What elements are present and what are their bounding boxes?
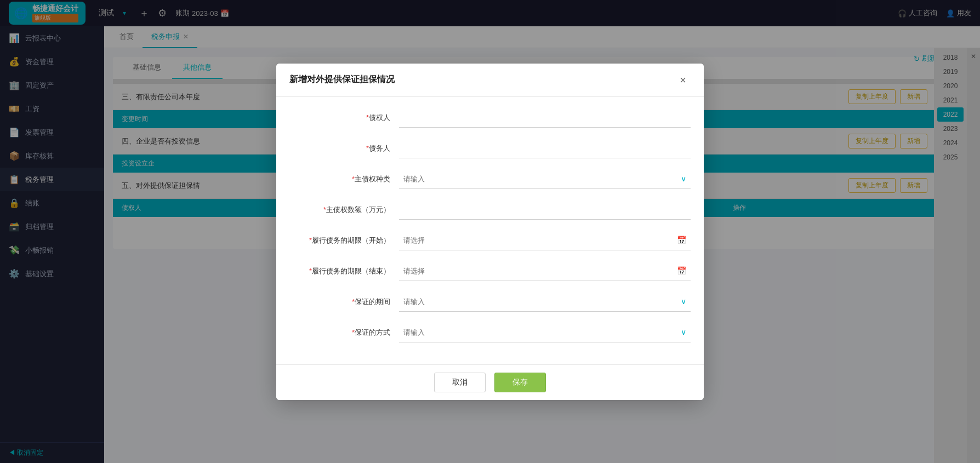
required-mark: * <box>366 144 369 152</box>
label-start-date: *履行债务的期限（开始） <box>289 236 399 245</box>
input-creditor[interactable] <box>399 108 691 128</box>
form-row-claim-type: *主债权种类∨ <box>289 169 691 189</box>
date-input-end-date[interactable] <box>399 261 673 281</box>
required-mark: * <box>352 328 355 336</box>
label-end-date: *履行债务的期限（结束） <box>289 266 399 276</box>
date-wrapper-end-date: 📅 <box>399 261 691 281</box>
select-wrapper-guarantee-method: ∨ <box>399 323 691 342</box>
select-input-guarantee-period[interactable] <box>399 292 676 311</box>
input-debtor[interactable] <box>399 139 691 158</box>
label-guarantee-method: *保证的方式 <box>289 328 399 338</box>
input-claim-amount[interactable] <box>399 200 691 220</box>
modal-header: 新增对外提供保证担保情况 × <box>276 64 704 97</box>
required-mark: * <box>366 113 369 122</box>
modal-overlay: 新增对外提供保证担保情况 × *债权人*债务人*主债权种类∨*主债权数额（万元）… <box>0 0 980 463</box>
calendar-icon-end-date[interactable]: 📅 <box>673 266 691 275</box>
form-row-debtor: *债务人 <box>289 139 691 158</box>
calendar-icon-start-date[interactable]: 📅 <box>673 236 691 244</box>
form-row-creditor: *债权人 <box>289 108 691 128</box>
required-mark: * <box>352 175 355 183</box>
save-button[interactable]: 保存 <box>494 373 546 392</box>
modal-body: *债权人*债务人*主债权种类∨*主债权数额（万元）*履行债务的期限（开始）📅*履… <box>276 97 704 364</box>
select-input-claim-type[interactable] <box>399 169 676 188</box>
form-row-guarantee-method: *保证的方式∨ <box>289 323 691 342</box>
modal-title: 新增对外提供保证担保情况 <box>289 74 395 85</box>
form-row-guarantee-period: *保证的期间∨ <box>289 292 691 312</box>
select-arrow-guarantee-period[interactable]: ∨ <box>676 297 691 306</box>
select-wrapper-guarantee-period: ∨ <box>399 292 691 312</box>
form-row-end-date: *履行债务的期限（结束）📅 <box>289 261 691 281</box>
label-guarantee-period: *保证的期间 <box>289 297 399 307</box>
select-arrow-claim-type[interactable]: ∨ <box>676 174 691 183</box>
required-mark: * <box>323 205 326 214</box>
required-mark: * <box>352 298 355 306</box>
select-wrapper-claim-type: ∨ <box>399 169 691 189</box>
required-mark: * <box>309 267 312 275</box>
modal-dialog: 新增对外提供保证担保情况 × *债权人*债务人*主债权种类∨*主债权数额（万元）… <box>276 64 704 400</box>
modal-footer: 取消 保存 <box>276 364 704 400</box>
cancel-button[interactable]: 取消 <box>434 373 486 392</box>
modal-close-button[interactable]: × <box>675 72 691 88</box>
label-debtor: *债务人 <box>289 144 399 153</box>
date-wrapper-start-date: 📅 <box>399 231 691 250</box>
select-input-guarantee-method[interactable] <box>399 323 676 342</box>
required-mark: * <box>309 236 312 244</box>
label-claim-amount: *主债权数额（万元） <box>289 205 399 215</box>
label-creditor: *债权人 <box>289 113 399 123</box>
form-row-start-date: *履行债务的期限（开始）📅 <box>289 231 691 250</box>
label-claim-type: *主债权种类 <box>289 174 399 184</box>
form-row-claim-amount: *主债权数额（万元） <box>289 200 691 220</box>
select-arrow-guarantee-method[interactable]: ∨ <box>676 328 691 336</box>
date-input-start-date[interactable] <box>399 231 673 250</box>
